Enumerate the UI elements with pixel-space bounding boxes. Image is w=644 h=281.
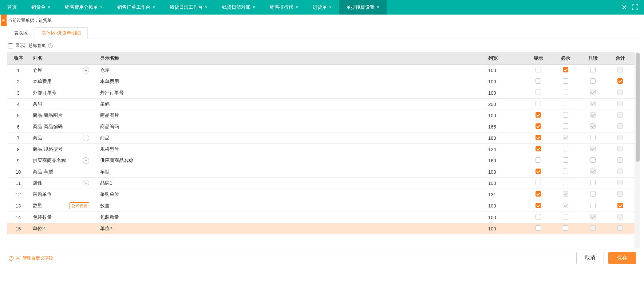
cell-display[interactable]: 供应商商品名称 bbox=[96, 155, 485, 166]
top-tab-4[interactable]: 钱货日清工作台× bbox=[162, 0, 215, 15]
cell-width[interactable]: 100 bbox=[485, 87, 525, 99]
checkbox[interactable] bbox=[563, 101, 568, 106]
close-icon[interactable]: × bbox=[253, 5, 255, 10]
checkbox[interactable] bbox=[590, 67, 596, 72]
close-icon[interactable]: × bbox=[205, 5, 208, 10]
cancel-button[interactable]: 取消 bbox=[576, 252, 604, 264]
checkbox[interactable] bbox=[563, 146, 568, 151]
cell-display[interactable]: 外部订单号 bbox=[96, 87, 485, 99]
table-row[interactable]: 11属性+品牌1100 bbox=[7, 178, 640, 189]
table-row[interactable]: 2本单费用本单费用100 bbox=[7, 76, 640, 87]
checkbox[interactable] bbox=[536, 191, 541, 197]
cell-display[interactable]: 本单费用 bbox=[96, 76, 485, 87]
table-row[interactable]: 3外部订单号外部订单号100 bbox=[7, 87, 640, 99]
top-tab-6[interactable]: 销售排行榜× bbox=[262, 0, 305, 15]
cell-width[interactable]: 100 bbox=[485, 76, 525, 87]
checkbox[interactable] bbox=[536, 203, 541, 208]
cell-display[interactable]: 仓库 bbox=[96, 65, 485, 76]
cell-display[interactable]: 规格型号 bbox=[96, 144, 485, 155]
close-icon[interactable]: × bbox=[48, 5, 50, 10]
cell-width[interactable]: 160 bbox=[485, 132, 525, 144]
cell-width[interactable]: 100 bbox=[485, 110, 525, 121]
checkbox[interactable] bbox=[590, 135, 596, 140]
checkbox[interactable] bbox=[536, 90, 541, 95]
top-tab-1[interactable]: 销货单× bbox=[24, 0, 58, 15]
cell-width[interactable]: 124 bbox=[485, 144, 525, 155]
checkbox[interactable] bbox=[563, 112, 568, 118]
cell-display[interactable]: 采购单位 bbox=[96, 189, 485, 200]
checkbox[interactable] bbox=[536, 101, 541, 106]
cell-display[interactable]: 条码 bbox=[96, 99, 485, 110]
cell-display[interactable]: 商品编码 bbox=[96, 121, 485, 132]
add-icon[interactable]: + bbox=[83, 157, 89, 164]
checkbox[interactable] bbox=[590, 191, 596, 197]
checkbox[interactable] bbox=[536, 67, 541, 72]
cell-width[interactable]: 100 bbox=[485, 65, 525, 76]
add-icon[interactable]: + bbox=[83, 180, 89, 186]
checkbox[interactable] bbox=[536, 123, 541, 129]
add-icon[interactable]: + bbox=[83, 135, 89, 141]
checkbox[interactable] bbox=[590, 180, 596, 185]
table-row[interactable]: 6商品.商品编码商品编码165 bbox=[7, 121, 640, 132]
checkbox[interactable] bbox=[536, 169, 541, 174]
close-icon[interactable]: × bbox=[296, 5, 298, 10]
cell-width[interactable]: 100 bbox=[485, 200, 525, 212]
top-tab-3[interactable]: 销售订单工作台× bbox=[110, 0, 162, 15]
top-tab-2[interactable]: 销售费用分摊单× bbox=[58, 0, 110, 15]
close-icon[interactable]: × bbox=[153, 5, 155, 10]
close-icon[interactable]: × bbox=[377, 5, 379, 10]
cell-width[interactable]: 160 bbox=[485, 155, 525, 166]
fullscreen-icon[interactable] bbox=[632, 4, 638, 10]
checkbox[interactable] bbox=[536, 214, 541, 219]
summary-checkbox[interactable] bbox=[8, 43, 13, 48]
cell-width[interactable]: 131 bbox=[485, 189, 525, 200]
top-tab-5[interactable]: 钱货日清对账× bbox=[215, 0, 262, 15]
checkbox[interactable] bbox=[536, 135, 541, 140]
checkbox[interactable] bbox=[590, 203, 596, 208]
scrollbar-thumb[interactable] bbox=[636, 53, 640, 162]
cell-width[interactable]: 100 bbox=[485, 178, 525, 189]
add-icon[interactable]: + bbox=[83, 67, 89, 74]
checkbox[interactable] bbox=[536, 180, 541, 185]
cell-width[interactable]: 100 bbox=[485, 166, 525, 178]
checkbox[interactable] bbox=[563, 225, 568, 231]
top-tab-7[interactable]: 进货单× bbox=[305, 0, 339, 15]
table-row[interactable]: 13数量公式设置数量100 bbox=[7, 200, 640, 212]
help-icon[interactable]: ? bbox=[48, 43, 53, 48]
checkbox[interactable] bbox=[617, 203, 623, 208]
cell-width[interactable]: 100 bbox=[485, 223, 525, 234]
table-row[interactable]: 10商品.车型车型100 bbox=[7, 166, 640, 178]
checkbox[interactable] bbox=[563, 157, 568, 163]
cell-width[interactable]: 250 bbox=[485, 99, 525, 110]
table-row[interactable]: 4条码条码250 bbox=[7, 99, 640, 110]
checkbox[interactable] bbox=[590, 78, 596, 84]
table-row[interactable]: 5商品.商品图片商品图片100 bbox=[7, 110, 640, 121]
checkbox[interactable] bbox=[536, 112, 541, 118]
table-row[interactable]: 8商品.规格型号规格型号124 bbox=[7, 144, 640, 155]
formula-settings-tag[interactable]: 公式设置 bbox=[70, 202, 89, 209]
cell-width[interactable]: 100 bbox=[485, 212, 525, 223]
close-all-icon[interactable] bbox=[621, 4, 627, 10]
checkbox[interactable] bbox=[563, 123, 568, 129]
vertical-scrollbar[interactable] bbox=[635, 52, 640, 248]
cell-width[interactable]: 165 bbox=[485, 121, 525, 132]
checkbox[interactable] bbox=[536, 225, 541, 231]
checkbox[interactable] bbox=[563, 90, 568, 95]
checkbox[interactable] bbox=[563, 67, 568, 72]
checkbox[interactable] bbox=[563, 214, 568, 219]
sub-tab-0[interactable]: 表头区 bbox=[7, 28, 35, 39]
sub-tab-1[interactable]: 表体区-进货单明细 bbox=[35, 27, 88, 39]
table-row[interactable]: 14包装数量包装数量100 bbox=[7, 212, 640, 223]
cell-display[interactable]: 品牌1 bbox=[96, 178, 485, 189]
cell-display[interactable]: 商品 bbox=[96, 132, 485, 144]
checkbox[interactable] bbox=[536, 78, 541, 84]
table-row[interactable]: 1仓库+仓库100 bbox=[7, 65, 640, 76]
checkbox[interactable] bbox=[536, 146, 541, 151]
close-icon[interactable]: × bbox=[100, 5, 103, 10]
save-button[interactable]: 保存 bbox=[608, 252, 636, 264]
top-tab-8[interactable]: 单据模板设置× bbox=[339, 0, 387, 15]
cell-display[interactable]: 包装数量 bbox=[96, 212, 485, 223]
cell-display[interactable]: 数量 bbox=[96, 200, 485, 212]
help-icon[interactable]: ? bbox=[9, 256, 13, 261]
cell-display[interactable]: 车型 bbox=[96, 166, 485, 178]
